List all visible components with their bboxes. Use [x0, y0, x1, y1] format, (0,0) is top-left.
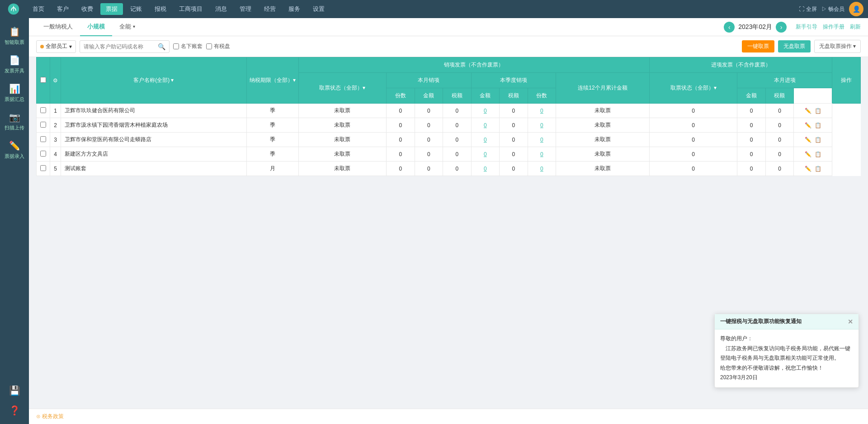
top-navigation: 首页 客户 收费 票据 记账 报税 工商项目 消息 管理 经营 服务 设置 ⛶ …: [0, 0, 868, 18]
row-rolling12: 0: [528, 162, 556, 176]
edit-icon[interactable]: ✏️: [805, 108, 811, 114]
sidebar-smart-ticket[interactable]: 📋 智能取票: [2, 23, 27, 49]
refresh-btn[interactable]: 刷新: [850, 23, 861, 31]
sidebar-invoice-entry[interactable]: ✏️ 票据录入: [2, 137, 27, 163]
view-icon[interactable]: 📋: [815, 151, 821, 157]
row-actions: ✏️ 📋: [794, 104, 832, 118]
nav-manage[interactable]: 管理: [234, 3, 257, 15]
row-purchase-status: 未取票: [556, 162, 650, 176]
col-name-header: 客户名称(全部) ▾: [61, 57, 247, 104]
row-sales-status: 未取票: [298, 133, 386, 147]
col-purchase-group-header: 进项发票（不含作废票）: [649, 57, 832, 73]
fullscreen-btn[interactable]: ⛶ 全屏: [799, 5, 816, 13]
nav-service[interactable]: 服务: [283, 3, 306, 15]
nav-business2[interactable]: 经营: [259, 3, 281, 15]
row-tax-period: 季: [246, 118, 298, 133]
select-all-checkbox[interactable]: [40, 77, 46, 83]
no-disk-ticket-btn[interactable]: 无盘取票: [778, 40, 811, 52]
nav-customer[interactable]: 客户: [52, 3, 74, 15]
nav-settings[interactable]: 设置: [307, 3, 330, 15]
edit-icon[interactable]: ✏️: [805, 137, 811, 143]
view-icon[interactable]: 📋: [815, 108, 821, 114]
operation-manual-btn[interactable]: 操作手册: [823, 23, 844, 31]
sidebar-scan-upload[interactable]: 📷 扫描上传: [2, 108, 27, 135]
nav-message[interactable]: 消息: [210, 3, 232, 15]
nav-accounting[interactable]: 记账: [125, 3, 147, 15]
tax-disk-label: 有税盘: [214, 43, 230, 50]
sub-navigation: 一般纳税人 小规模 全能 ▾ ‹ 2023年02月 › 新手引导 操作手册 刷新: [29, 18, 868, 36]
row-checkbox[interactable]: [37, 162, 50, 176]
col-sales-quarter-amount: 金额: [471, 88, 500, 104]
row-sales-month-tax: 0: [443, 147, 472, 162]
nav-business[interactable]: 工商项目: [174, 3, 208, 15]
row-checkbox[interactable]: [37, 118, 50, 133]
search-icon[interactable]: 🔍: [158, 43, 165, 50]
row-purchase-month-copies: 0: [649, 118, 737, 133]
row-sales-month-copies: 0: [387, 147, 415, 162]
row-client-name: 卫辉市玖玖健合医药有限公司: [61, 104, 247, 118]
my-account-checkbox-label[interactable]: 名下账套: [173, 43, 203, 50]
row-sales-quarter-amount: 0: [471, 118, 500, 133]
tax-policy-link[interactable]: ⊙ 税务政策: [36, 413, 64, 419]
no-disk-operation-label: 无盘取票操作 ▾: [819, 43, 856, 50]
sidebar-invoice-issue[interactable]: 📄 发票开具: [2, 51, 27, 78]
view-icon[interactable]: 📋: [815, 166, 821, 172]
row-sales-status: 未取票: [298, 147, 386, 162]
row-tax-period: 季: [246, 104, 298, 118]
row-sales-month-copies: 0: [387, 118, 415, 133]
search-input[interactable]: [84, 43, 156, 50]
row-purchase-month-tax: 0: [765, 147, 794, 162]
newbie-guide-btn[interactable]: 新手引导: [796, 23, 817, 31]
col-checkbox-header: [37, 57, 50, 104]
sidebar-help[interactable]: ❓: [2, 401, 27, 419]
nav-home[interactable]: 首页: [27, 3, 50, 15]
row-checkbox[interactable]: [37, 147, 50, 162]
my-account-checkbox[interactable]: [173, 43, 179, 49]
col-sales-status-header: 取票状态（全部）▾: [298, 73, 386, 104]
employee-dropdown-icon: ▾: [69, 43, 72, 50]
nav-fee[interactable]: 收费: [76, 3, 99, 15]
tab-small-scale[interactable]: 小规模: [80, 18, 112, 36]
tab-general-taxpayer[interactable]: 一般纳税人: [36, 18, 80, 36]
row-sales-quarter-amount: 0: [471, 133, 500, 147]
row-sales-month-amount: 0: [415, 147, 443, 162]
row-checkbox[interactable]: [37, 133, 50, 147]
view-icon[interactable]: 📋: [815, 122, 821, 129]
row-purchase-status: 未取票: [556, 104, 650, 118]
nav-tax[interactable]: 报税: [149, 3, 172, 15]
edit-icon[interactable]: ✏️: [805, 166, 811, 172]
row-purchase-month-amount: 0: [737, 147, 766, 162]
my-account-label: 名下账套: [181, 43, 203, 50]
row-sales-status: 未取票: [298, 104, 386, 118]
row-actions: ✏️ 📋: [794, 118, 832, 133]
row-actions: ✏️ 📋: [794, 133, 832, 147]
invoice-entry-icon: ✏️: [9, 140, 20, 151]
sidebar-invoice-summary[interactable]: 📊 票据汇总: [2, 80, 27, 106]
employee-select[interactable]: 全部员工 ▾: [36, 40, 76, 53]
invoice-summary-icon: 📊: [9, 83, 20, 94]
row-index: 4: [50, 147, 61, 162]
notification-popup: 一键报税与无盘取票功能恢复通知 ✕ 尊敬的用户： 江苏政务网已恢复访问电子税务局…: [714, 314, 859, 388]
notification-title: 一键报税与无盘取票功能恢复通知: [720, 318, 802, 325]
toolbar: 全部员工 ▾ 🔍 名下账套 有税盘 一键取票 无盘取票: [29, 36, 868, 57]
edit-icon[interactable]: ✏️: [805, 151, 811, 157]
tax-disk-checkbox[interactable]: [206, 43, 212, 49]
edit-icon[interactable]: ✏️: [805, 122, 811, 129]
row-sales-month-amount: 0: [415, 118, 443, 133]
prev-month-btn[interactable]: ‹: [724, 22, 735, 33]
member-btn[interactable]: ▷ 畅会员: [821, 5, 844, 13]
tax-disk-checkbox-label[interactable]: 有税盘: [206, 43, 230, 50]
one-key-ticket-btn[interactable]: 一键取票: [742, 40, 774, 52]
sidebar-download[interactable]: 💾: [2, 381, 27, 400]
nav-items: 首页 客户 收费 票据 记账 报税 工商项目 消息 管理 经营 服务 设置: [27, 3, 799, 15]
user-avatar[interactable]: 👤: [849, 2, 863, 16]
no-disk-operation-btn[interactable]: 无盘取票操作 ▾: [814, 40, 861, 53]
row-checkbox[interactable]: [37, 104, 50, 118]
next-month-btn[interactable]: ›: [776, 22, 787, 33]
row-rolling12: 0: [528, 147, 556, 162]
view-icon[interactable]: 📋: [815, 137, 821, 143]
tab-all[interactable]: 全能 ▾: [112, 18, 142, 36]
notification-close-btn[interactable]: ✕: [848, 318, 853, 325]
nav-invoice[interactable]: 票据: [100, 3, 123, 15]
sidebar-summary-label: 票据汇总: [5, 96, 24, 103]
